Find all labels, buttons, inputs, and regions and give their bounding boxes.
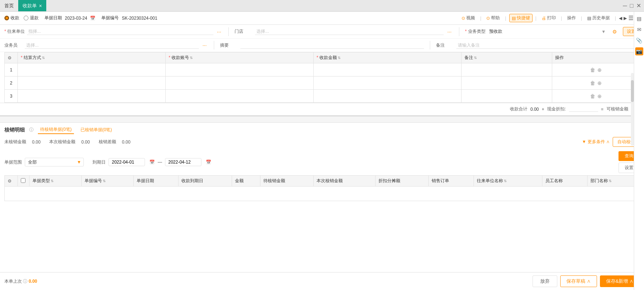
nav-prev-icon[interactable]: ◀ (619, 16, 622, 21)
mode-receipt[interactable]: 收款 (4, 15, 19, 21)
right-sidebar: ▤ ✉ 📎 📷 (634, 12, 644, 290)
field-row-1: 往来单位 ··· 门店 ··· 业务类型 预收款 ▼ ⚙ 设置 (0, 25, 644, 39)
partner-more-icon[interactable]: ··· (216, 29, 223, 35)
select-all-checkbox[interactable] (21, 178, 25, 183)
row-settle-2[interactable] (18, 77, 166, 90)
col-amount: 金额 (232, 176, 260, 187)
store-more-icon[interactable]: ··· (446, 29, 453, 35)
video-icon: ⊙ (462, 16, 465, 21)
sidebar-email-icon[interactable]: ✉ (635, 26, 643, 34)
more-conditions-btn[interactable]: ▼ 更多条件 ∧ (582, 139, 610, 145)
copy-icon-1[interactable]: ⊕ (597, 67, 602, 73)
date-calendar-icon[interactable]: 📅 (90, 16, 95, 21)
history-btn[interactable]: ▤ 历史单据 (585, 14, 612, 22)
table-gear-icon[interactable]: ⚙ (8, 55, 12, 60)
reconcile-header: 核销明细 ⓘ 待核销单据(0笔) 已核销单据(0笔) (0, 123, 644, 136)
col-doc-type: 单据类型⇅ (30, 176, 82, 187)
operation-btn[interactable]: 操作 (565, 14, 578, 22)
row-settle-1[interactable] (18, 63, 166, 77)
mode-refund[interactable]: 退款 (24, 15, 39, 21)
minimize-icon[interactable]: ─ (623, 3, 627, 9)
print-btn[interactable]: 🖨 打印 (539, 14, 558, 22)
date-to-input[interactable] (165, 158, 201, 166)
business-type-arrow[interactable]: ▼ (601, 29, 606, 34)
date-from-calendar-icon[interactable]: 📅 (149, 160, 155, 165)
staff-group: 业务员 ··· (4, 42, 208, 49)
tab-home-label: 首页 (4, 3, 14, 9)
summary-input[interactable] (240, 42, 424, 49)
tab-receipt[interactable]: 收款单 × (18, 0, 46, 11)
mode-receipt-label: 收款 (11, 15, 19, 21)
col-dept-name: 部门名称⇅ (588, 176, 640, 187)
settings-icon[interactable]: ⚙ (611, 29, 619, 35)
discount-input[interactable] (569, 106, 598, 112)
remark-label: 备注 (436, 42, 454, 48)
row-amount-1[interactable] (313, 63, 461, 77)
partner-input[interactable] (27, 28, 213, 35)
history-icon: ▤ (587, 16, 591, 21)
mode-radio-group: 收款 退款 (4, 15, 39, 21)
partner-group: 往来单位 ··· (4, 28, 223, 35)
draft-button[interactable]: 保存草稿 ∧ (560, 275, 597, 287)
main-content: 收款 退款 单据日期 2023-03-24 📅 单据编号 SK-20230324… (0, 12, 644, 290)
form-header: 收款 退款 单据日期 2023-03-24 📅 单据编号 SK-20230324… (0, 12, 644, 25)
bottom-table-container: ⚙ 单据类型⇅ 单据编号⇅ 单据日期 收款到期日 金额 待核销金额 本次核销金额… (0, 175, 644, 201)
copy-icon-3[interactable]: ⊕ (597, 93, 602, 99)
maximize-icon[interactable]: □ (630, 3, 633, 9)
date-label: 单据日期 (44, 15, 62, 21)
number-label: 单据编号 (101, 15, 119, 21)
shortcut-label: 快捷键 (517, 15, 530, 21)
form-number-group: 单据编号 SK-20230324-001 (101, 15, 157, 21)
delete-icon-3[interactable]: 🗑 (590, 93, 595, 99)
col-amount: 收款金额⇅ (313, 52, 461, 63)
date-to-calendar-icon[interactable]: 📅 (206, 160, 211, 165)
video-label: 视频 (466, 15, 475, 21)
bottom-table-gear-icon[interactable]: ⚙ (8, 179, 12, 184)
footer-info-label: 本单上次 (4, 279, 22, 284)
delete-icon-2[interactable]: 🗑 (590, 80, 595, 86)
row-account-2[interactable] (165, 77, 313, 90)
row-remark-1[interactable] (461, 63, 552, 77)
row-amount-3[interactable] (313, 90, 461, 103)
row-remark-2[interactable] (461, 77, 552, 90)
mode-refund-radio[interactable] (24, 16, 28, 20)
range-select[interactable]: 全部 销售订单 采购订单 (25, 158, 83, 166)
staff-more-icon[interactable]: ··· (201, 42, 208, 48)
store-group: 门店 ··· (235, 28, 453, 35)
mode-receipt-radio[interactable] (4, 16, 9, 20)
help-btn[interactable]: ⊙ 帮助 (484, 14, 502, 22)
date-from-input[interactable] (109, 158, 145, 166)
scroll-thumb[interactable] (631, 80, 634, 102)
row-amount-2[interactable] (313, 77, 461, 90)
section-divider (0, 115, 644, 123)
table-row: 3 🗑⊕ (5, 90, 640, 103)
reconcile-info-icon[interactable]: ⓘ (29, 127, 34, 133)
equals-sign: = (601, 107, 604, 112)
sidebar-table-icon[interactable]: ▤ (635, 15, 643, 23)
tab-receipt-close[interactable]: × (39, 3, 42, 9)
copy-icon-2[interactable]: ⊕ (597, 80, 602, 86)
staff-input[interactable] (25, 42, 199, 49)
row-account-1[interactable] (165, 63, 313, 77)
list-view-icon[interactable]: ☰ (628, 15, 633, 21)
row-remark-3[interactable] (461, 90, 552, 103)
row-account-3[interactable] (165, 90, 313, 103)
nav-next-icon[interactable]: ▶ (624, 16, 627, 21)
tab-done[interactable]: 已核销单据(0笔) (78, 126, 114, 134)
tab-receipt-label: 收款单 (23, 3, 37, 9)
total-value: 0.00 (530, 107, 539, 112)
abandon-button[interactable]: 放弃 (533, 275, 557, 287)
tab-pending[interactable]: 待核销单据(0笔) (38, 126, 74, 134)
delete-icon-1[interactable]: 🗑 (590, 67, 595, 73)
row-settle-3[interactable] (18, 90, 166, 103)
shortcut-btn[interactable]: ▤ 快捷键 (509, 14, 533, 22)
sidebar-attachment-icon[interactable]: 📎 (635, 36, 643, 44)
sidebar-camera-icon[interactable]: 📷 (635, 47, 643, 55)
number-value: SK-20230324-001 (122, 16, 157, 21)
tab-home[interactable]: 首页 (0, 0, 18, 11)
close-icon[interactable]: ✕ (636, 2, 641, 9)
print-label: 打印 (547, 15, 556, 21)
remark-input[interactable] (456, 42, 640, 49)
store-input[interactable] (255, 28, 444, 35)
video-btn[interactable]: ⊙ 视频 (459, 14, 477, 22)
